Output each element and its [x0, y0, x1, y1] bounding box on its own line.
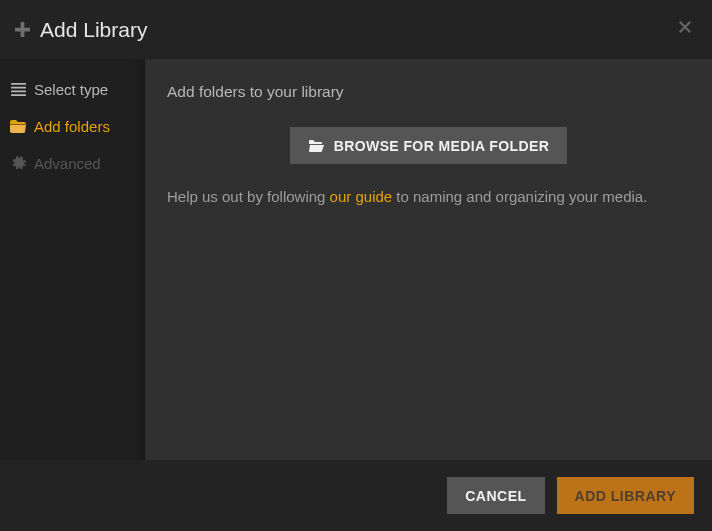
sidebar-item-add-folders[interactable]: Add folders — [0, 108, 145, 145]
gear-icon — [10, 156, 26, 172]
modal-header: Add Library — [0, 0, 712, 59]
help-text: Help us out by following our guide to na… — [167, 188, 690, 205]
content-heading: Add folders to your library — [167, 83, 690, 101]
browse-button-wrap: BROWSE FOR MEDIA FOLDER — [167, 127, 690, 164]
close-icon — [678, 20, 692, 34]
modal-footer: CANCEL ADD LIBRARY — [0, 460, 712, 531]
add-library-modal: Add Library Select type Add folders — [0, 0, 712, 531]
modal-body: Select type Add folders Advanced Add fol… — [0, 59, 712, 460]
add-library-button[interactable]: ADD LIBRARY — [557, 477, 694, 514]
modal-title: Add Library — [40, 18, 147, 42]
sidebar: Select type Add folders Advanced — [0, 59, 145, 460]
plus-icon — [14, 22, 30, 38]
close-button[interactable] — [676, 18, 694, 36]
our-guide-link[interactable]: our guide — [330, 188, 393, 205]
sidebar-item-label: Advanced — [34, 155, 101, 172]
browse-media-folder-button[interactable]: BROWSE FOR MEDIA FOLDER — [290, 127, 568, 164]
cancel-button[interactable]: CANCEL — [447, 477, 544, 514]
sidebar-item-label: Add folders — [34, 118, 110, 135]
help-suffix: to naming and organizing your media. — [392, 188, 647, 205]
sidebar-item-select-type[interactable]: Select type — [0, 71, 145, 108]
folder-open-icon — [308, 139, 324, 152]
help-prefix: Help us out by following — [167, 188, 330, 205]
sidebar-item-advanced: Advanced — [0, 145, 145, 182]
sidebar-item-label: Select type — [34, 81, 108, 98]
list-icon — [10, 82, 26, 98]
content-panel: Add folders to your library BROWSE FOR M… — [145, 59, 712, 460]
browse-button-label: BROWSE FOR MEDIA FOLDER — [334, 138, 550, 154]
folder-icon — [10, 119, 26, 135]
